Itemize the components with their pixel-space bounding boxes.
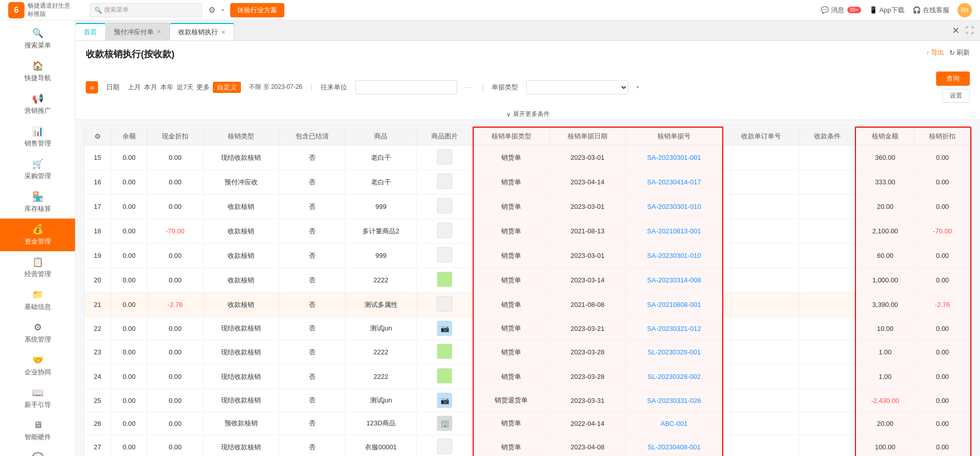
- cell-balance: 0.00: [111, 195, 148, 219]
- tab-prepay-close-icon[interactable]: ✕: [157, 29, 161, 35]
- record-type-label: 单据类型: [492, 83, 518, 92]
- cell-verify-amount: 20.00: [855, 195, 914, 219]
- dropdown-arrow-icon[interactable]: ▾: [222, 7, 224, 13]
- cell-verify-amount: 20.00: [855, 412, 914, 435]
- cell-cash-discount: 0.00: [147, 340, 203, 365]
- bill-no-link[interactable]: SA-20230331-026: [647, 397, 701, 404]
- cell-verify-bill-no: SA-20230321-012: [625, 317, 723, 340]
- cell-verify-amount: 1.00: [855, 340, 914, 365]
- sidebar-item-basic[interactable]: 📁 基础信息: [0, 284, 75, 317]
- cell-receipt-order-no: [723, 365, 799, 389]
- sidebar-label-marketing: 营销推广: [24, 106, 51, 115]
- bill-no-link[interactable]: SL-20230328-002: [648, 373, 701, 380]
- close-window-icon[interactable]: ✕: [952, 25, 960, 36]
- bill-no-link[interactable]: SA-20230301-010: [647, 203, 701, 210]
- date-this-month[interactable]: 本月: [144, 83, 157, 92]
- tab-verify-close-icon[interactable]: ✕: [221, 29, 226, 36]
- settings-gear-icon[interactable]: ⚙: [208, 5, 215, 15]
- tab-prepay-label: 预付冲应付单: [114, 28, 154, 37]
- settings-button[interactable]: 设置: [942, 89, 970, 103]
- cell-verify-bill-type: 销货单: [473, 317, 550, 340]
- sidebar-item-marketing[interactable]: 📢 营销推广: [0, 88, 75, 121]
- sidebar-item-guide[interactable]: 📖 新手引导: [0, 382, 75, 415]
- tab-verify[interactable]: 收款核销执行 ✕: [170, 23, 234, 40]
- export-button[interactable]: ↑ 导出: [926, 48, 945, 57]
- sidebar-item-wechat[interactable]: 💬 企业微信: [0, 447, 75, 456]
- bill-no-link[interactable]: SA-20210808-001: [647, 301, 701, 308]
- refresh-button[interactable]: ↻ 刷新: [949, 48, 970, 57]
- cell-include-settled: 否: [279, 435, 345, 457]
- bill-no-link[interactable]: SA-20230301-010: [647, 252, 701, 259]
- messages-badge: 99+: [847, 7, 861, 13]
- sidebar-item-collab[interactable]: 🤝 企业协同: [0, 349, 75, 382]
- cell-balance: 0.00: [111, 340, 148, 365]
- sidebar-label-purchase: 采购管理: [24, 172, 51, 181]
- bill-no-link[interactable]: SL-20230328-001: [648, 348, 701, 356]
- goods-image: [437, 174, 452, 189]
- tab-prepay[interactable]: 预付冲应付单 ✕: [106, 23, 170, 40]
- record-type-select[interactable]: [526, 80, 628, 94]
- tab-home[interactable]: 首页: [76, 23, 106, 40]
- sidebar-item-hardware[interactable]: 🖥 智能硬件: [0, 415, 75, 447]
- bill-no-link[interactable]: SL-20230408-001: [648, 443, 701, 451]
- cell-verify-discount: 0.00: [914, 268, 971, 293]
- cell-verify-bill-date: 2023-03-21: [550, 317, 626, 340]
- sidebar-item-sales[interactable]: 📊 销售管理: [0, 121, 75, 153]
- date-more[interactable]: 更多: [197, 83, 210, 92]
- goods-image: [437, 223, 452, 238]
- cell-include-settled: 否: [279, 340, 345, 365]
- sidebar-item-purchase[interactable]: 🛒 采购管理: [0, 153, 75, 186]
- goods-image: [437, 344, 452, 359]
- sidebar-label-hardware: 智能硬件: [24, 433, 51, 442]
- bill-no-link[interactable]: ABC-001: [660, 420, 688, 427]
- cell-verify-amount: 1.00: [855, 365, 914, 389]
- app-download-item[interactable]: 📱 App下载: [869, 6, 904, 15]
- tabbar: 首页 预付冲应付单 ✕ 收款核销执行 ✕ ✕ ⛶: [76, 20, 980, 41]
- home-icon: 🏠: [32, 60, 43, 71]
- cell-include-settled: 否: [279, 195, 345, 219]
- cell-goods: 2222: [345, 340, 416, 365]
- expand-more-button[interactable]: ∨ 展开更多条件: [506, 110, 550, 118]
- cell-verify-discount: 0.00: [914, 412, 971, 435]
- cell-verify-type: 收款核销: [203, 244, 279, 268]
- cell-verify-bill-date: 2022-04-14: [550, 412, 626, 435]
- sidebar-item-finance[interactable]: 💰 资金管理: [0, 219, 75, 251]
- date-this-year[interactable]: 本年: [160, 83, 174, 92]
- messages-item[interactable]: 💬 消息 99+: [821, 6, 861, 15]
- th-settings[interactable]: ⚙: [84, 127, 111, 146]
- search-placeholder-text: 搜索菜单: [104, 6, 129, 14]
- industry-solution-button[interactable]: 休验行业方案: [230, 3, 284, 17]
- bill-no-link[interactable]: SA-20210813-001: [647, 227, 701, 235]
- cell-no: 25: [84, 389, 111, 412]
- user-avatar-item[interactable]: Rit: [958, 3, 972, 17]
- query-button[interactable]: 查询: [936, 71, 970, 86]
- cell-balance: 0.00: [111, 170, 148, 195]
- th-gear-icon[interactable]: ⚙: [94, 132, 101, 140]
- sidebar-item-system[interactable]: ⚙ 系统管理: [0, 317, 75, 349]
- cell-cash-discount: 0.00: [147, 244, 203, 268]
- online-service-item[interactable]: 🎧 在线客服: [913, 6, 949, 15]
- sidebar-item-operation[interactable]: 📋 经营管理: [0, 251, 75, 284]
- counterpart-input[interactable]: [355, 80, 457, 94]
- user-avatar: Rit: [958, 3, 972, 17]
- sidebar-item-search[interactable]: 🔍 搜索菜单: [0, 22, 75, 55]
- filter-expand-button[interactable]: »: [86, 81, 98, 93]
- sidebar-item-inventory[interactable]: 🏪 库存核算: [0, 186, 75, 219]
- bill-no-link[interactable]: SA-20230314-008: [647, 276, 701, 284]
- bill-no-link[interactable]: SA-20230414-017: [647, 178, 701, 186]
- th-verify-bill-no: 核销单据号: [625, 127, 723, 146]
- cell-receipt-order-no: [723, 170, 799, 195]
- cell-goods-img: 🏢: [416, 412, 473, 435]
- sidebar-item-quicknav[interactable]: 🏠 快捷导航: [0, 55, 75, 88]
- maximize-icon[interactable]: ⛶: [966, 26, 974, 35]
- sidebar-label-guide: 新手引导: [24, 400, 51, 410]
- bill-no-link[interactable]: SA-20230321-012: [647, 325, 701, 332]
- bill-no-link[interactable]: SA-20230301-001: [647, 154, 701, 161]
- sales-icon: 📊: [32, 126, 43, 137]
- cell-no: 23: [84, 340, 111, 365]
- date-custom[interactable]: 自定义: [213, 82, 241, 93]
- date-last-month[interactable]: 上月: [128, 83, 141, 92]
- messages-label: 消息: [831, 6, 844, 15]
- date-7days[interactable]: 近7天: [177, 83, 193, 92]
- content-area: 首页 预付冲应付单 ✕ 收款核销执行 ✕ ✕ ⛶ 收款核销执行(按收款): [76, 20, 980, 456]
